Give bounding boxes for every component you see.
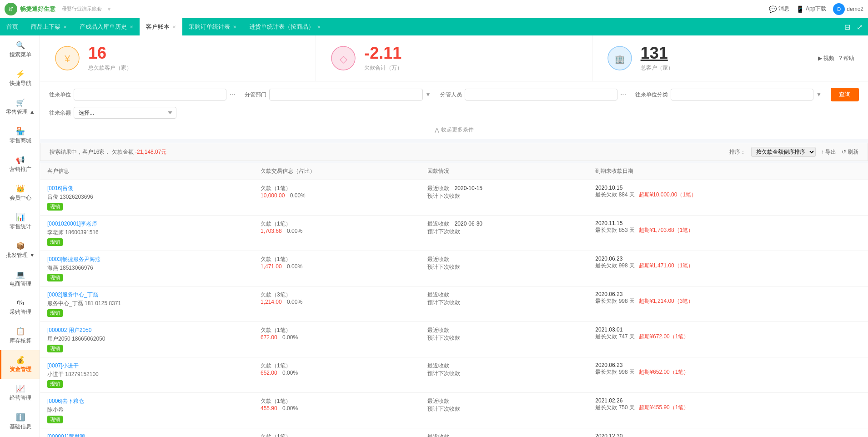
table-row: [0003]畅捷服务尹海燕 海燕 18513066976 现销 欠款（1笔） 1…	[40, 251, 868, 286]
table-body: [0016]吕俊 吕俊 13026203696 现销 欠款（1笔） 10,000…	[40, 180, 868, 437]
overdue-amount-link[interactable]: 超期¥1,471.00（1笔）	[639, 262, 693, 269]
sidebar-item-finance[interactable]: 💰 资金管理	[0, 350, 40, 379]
debt-count: 欠款（1笔）	[261, 185, 413, 192]
debt-amount[interactable]: 652.00	[261, 370, 277, 376]
overdue-date: 2020.06.23	[595, 256, 861, 262]
debt-count: 欠款（1笔）	[261, 256, 413, 263]
customer-phone: 用户2050 18665062050	[47, 335, 246, 343]
overdue-amount-link[interactable]: 超期¥1,214.00（3笔）	[639, 298, 693, 304]
overdue-days: 最长欠款 884 天	[595, 191, 635, 198]
message-action[interactable]: 💬 消息	[769, 5, 789, 13]
person-label: 分管人员	[440, 91, 462, 99]
sidebar-item-purchase[interactable]: 🛍 采购管理	[0, 293, 40, 321]
tab-goods-stats[interactable]: 进货单统计表（按商品） ✕	[243, 18, 327, 35]
recent-label: 最近收款	[427, 291, 449, 298]
sidebar-item-inventory[interactable]: 📋 库存核算	[0, 321, 40, 350]
debt-amount[interactable]: 672.00	[261, 334, 277, 341]
refresh-action[interactable]: ↺ 刷新	[842, 148, 858, 156]
help-action[interactable]: ? 帮助	[839, 55, 854, 62]
collapse-row[interactable]: ⋀ 收起更多条件	[49, 124, 859, 136]
sidebar-item-operations[interactable]: 📈 经营管理	[0, 379, 40, 407]
logo-icon: 好	[5, 3, 17, 15]
app-download-action[interactable]: 📱 App下载	[796, 5, 826, 13]
sidebar-item-wholesale[interactable]: 📦 批发管理 ▼	[0, 236, 40, 265]
debt-pct: 0.00%	[287, 299, 302, 305]
customer-name[interactable]: [0002]服务中心_丁磊	[47, 291, 246, 299]
debt-info-cell: 欠款（1笔） 10,000.00 0.00%	[253, 180, 420, 216]
overdue-amount-link[interactable]: 超期¥1,703.68（1笔）	[639, 227, 693, 233]
coming-unit-input[interactable]	[74, 89, 226, 100]
dept-input[interactable]	[269, 89, 423, 100]
close-tab-goods[interactable]: ✕	[317, 25, 321, 30]
customer-name[interactable]: [0016]吕俊	[47, 185, 246, 192]
refresh-label: 刷新	[848, 148, 858, 156]
close-tab-purchase[interactable]: ✕	[233, 25, 236, 30]
sidebar-item-basic-info[interactable]: ℹ️ 基础信息	[0, 407, 40, 436]
debt-amount[interactable]: 1,703.68	[261, 228, 282, 234]
nav-tabs-right: ⊟ ⤢	[843, 22, 868, 32]
unit-class-dropdown-icon[interactable]: ▼	[816, 91, 822, 98]
customer-name[interactable]: [000001]黄思源	[47, 433, 246, 437]
close-tab-customer[interactable]: ✕	[172, 25, 176, 30]
customer-info-cell: [0006]去下粮仓 陈小希 现销	[40, 393, 253, 428]
balance-select[interactable]: 选择... 欠款 预付	[74, 107, 176, 119]
customer-info-cell: [0001020001]李老师 李老师 18600391516 现销	[40, 216, 253, 251]
sidebar-item-ecommerce[interactable]: 💻 电商管理	[0, 265, 40, 293]
customer-tag: 现销	[47, 345, 63, 352]
customer-name[interactable]: [0001020001]李老师	[47, 220, 246, 228]
overdue-amount-link[interactable]: 超期¥672.00（1笔）	[639, 333, 689, 340]
help-icon: ?	[839, 55, 842, 61]
customer-name[interactable]: [000002]用户2050	[47, 326, 246, 334]
coming-unit-dots[interactable]: ···	[229, 90, 235, 99]
tab-customer-account[interactable]: 客户账本 ✕	[140, 18, 182, 35]
debt-pct: 0.00%	[290, 192, 306, 199]
video-action[interactable]: ▶ 视频	[818, 55, 834, 62]
tab-warehouse-history[interactable]: 产成品入库单历史 ✕	[73, 18, 140, 35]
customer-name[interactable]: [0006]去下粮仓	[47, 397, 246, 405]
retail-stats-icon: 📊	[3, 213, 38, 221]
sidebar-item-search[interactable]: 🔍 搜索菜单	[0, 35, 40, 64]
debt-count: 欠款（3笔）	[261, 291, 413, 299]
customer-phone: 服务中心_丁磊 181 0125 8371	[47, 300, 246, 307]
sidebar-item-members[interactable]: 👑 会员中心	[0, 179, 40, 207]
next-collection: 预计下次收款	[427, 228, 581, 236]
logo-area: 好 畅捷通好生意 母婴行业演示账套 ▼	[5, 3, 114, 15]
tab-home[interactable]: 首页	[0, 18, 25, 35]
debt-amount[interactable]: 1,471.00	[261, 263, 282, 270]
nav-expand-btn[interactable]: ⤢	[855, 22, 864, 32]
customer-name[interactable]: [0003]畅捷服务尹海燕	[47, 256, 246, 263]
recent-label: 最近收款	[427, 398, 449, 404]
total-customers-number: 131	[641, 45, 673, 61]
next-collection: 预计下次收款	[427, 192, 581, 200]
dept-dropdown-icon[interactable]: ▼	[426, 91, 431, 98]
overdue-date-cell: 2020.10.15 最长欠款 884 天 超期¥10,000.00（1笔）	[588, 180, 868, 216]
nav-collapse-btn[interactable]: ⊟	[843, 22, 852, 32]
debt-amount[interactable]: 1,214.00	[261, 299, 282, 305]
person-input[interactable]	[465, 89, 617, 100]
person-dots[interactable]: ···	[620, 90, 626, 99]
debt-amount[interactable]: 455.90	[261, 405, 277, 412]
debt-amount[interactable]: 10,000.00	[261, 192, 285, 199]
user-action[interactable]: D demo2	[833, 3, 863, 15]
unit-class-input[interactable]	[671, 89, 813, 100]
tab-purchase-stats[interactable]: 采购订单统计表 ✕	[182, 18, 243, 35]
close-tab-products-listing[interactable]: ✕	[63, 25, 67, 30]
customer-tag: 现销	[47, 203, 63, 211]
table-wrapper: 客户信息 欠款交易信息（占比） 回款情况 到期未收款日期 [0016]吕俊 吕俊…	[40, 163, 868, 437]
next-collection: 预计下次收款	[427, 334, 581, 342]
recent-date: 2020-10-15	[455, 185, 482, 191]
sort-select[interactable]: 按欠款金额倒序排序 按欠款金额正序排序	[751, 147, 816, 157]
overdue-amount-link[interactable]: 超期¥10,000.00（1笔）	[639, 191, 697, 198]
sidebar-item-nav[interactable]: ⚡ 快捷导航	[0, 64, 40, 93]
sidebar-item-retail-stats[interactable]: 📊 零售统计	[0, 207, 40, 236]
sidebar-item-retail-mall[interactable]: 🏪 零售商城	[0, 121, 40, 150]
sidebar-item-retail-mgmt[interactable]: 🛒 零售管理 ▲	[0, 93, 40, 121]
close-tab-warehouse[interactable]: ✕	[130, 25, 133, 30]
export-action[interactable]: ↑ 导出	[821, 148, 836, 156]
tab-products-listing[interactable]: 商品上下架 ✕	[25, 18, 73, 35]
customer-name[interactable]: [0007]小进干	[47, 362, 246, 370]
sidebar-item-marketing[interactable]: 📢 营销推广	[0, 150, 40, 179]
query-button[interactable]: 查询	[831, 88, 859, 101]
overdue-amount-link[interactable]: 超期¥455.90（1笔）	[639, 404, 689, 411]
overdue-amount-link[interactable]: 超期¥652.00（1笔）	[639, 369, 689, 375]
